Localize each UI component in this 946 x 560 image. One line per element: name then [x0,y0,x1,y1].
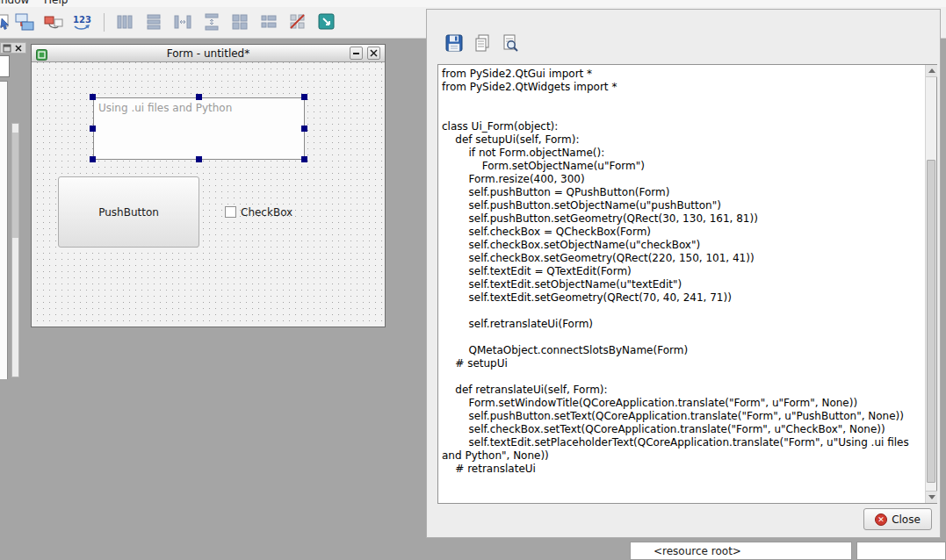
arrow-down-icon [928,495,935,499]
textedit-placeholder: Using .ui files and Python [94,98,304,118]
svg-text:123: 123 [73,15,91,25]
scrollbar-thumb[interactable] [12,133,18,238]
close-icon [370,49,378,57]
selection-handle[interactable] [90,156,96,162]
qt-designer-app: Window Help 123 [0,0,946,560]
edit-widgets-icon[interactable] [0,11,13,32]
minimize-icon [353,53,359,54]
dock-close-icon[interactable] [14,39,23,56]
menu-help[interactable]: Help [44,0,68,6]
form-minimize-button[interactable] [350,47,363,60]
arrow-up-icon [928,68,935,73]
edit-tab-order-icon[interactable]: 123 [71,11,92,32]
selection-handle[interactable] [301,156,307,162]
widgetbox-scrollbar-fragment[interactable] [11,123,19,377]
find-icon[interactable] [501,33,520,53]
selection-handle[interactable] [196,94,202,100]
scroll-down-button[interactable] [926,491,937,503]
generated-code-text[interactable]: from PySide2.QtGui import * from PySide2… [438,65,925,503]
checkbox-indicator [225,206,236,218]
menubar: Window Help [0,0,946,7]
resource-root-item[interactable]: <resource root> [630,542,852,560]
resource-panel-fragment [856,542,946,560]
save-icon[interactable] [444,33,464,53]
pushbutton-widget[interactable]: PushButton [58,176,199,248]
resource-root-label: <resource root> [654,545,741,557]
layout-vertical-splitter-icon[interactable] [201,11,222,32]
layout-vertical-icon[interactable] [143,11,164,32]
layout-form-icon[interactable] [258,11,279,32]
selection-handle[interactable] [301,94,307,100]
adjust-size-icon[interactable] [316,11,337,32]
copy-icon[interactable] [473,33,492,53]
form-window-titlebar[interactable]: Form - untitled* [32,45,385,62]
textedit-widget[interactable]: Using .ui files and Python [93,97,305,160]
dock-titlebar-fragment [0,42,26,54]
layout-horizontal-icon[interactable] [114,11,135,32]
code-vertical-scrollbar [925,65,936,503]
form-close-button[interactable] [367,47,380,60]
toolbar-separator [104,13,105,32]
code-view: from PySide2.QtGui import * from PySide2… [437,64,937,504]
edit-buddies-icon[interactable] [43,11,64,32]
checkbox-widget[interactable]: CheckBox [225,194,314,230]
scroll-up-button[interactable] [926,65,937,77]
layout-horizontal-splitter-icon[interactable] [172,11,193,32]
checkbox-label: CheckBox [241,206,292,219]
form-canvas[interactable]: Using .ui files and Python PushButton Ch… [32,62,385,327]
menu-window[interactable]: Window [0,0,29,6]
scrollbar-thumb[interactable] [927,160,935,483]
selection-handle[interactable] [196,156,202,162]
widgetbox-panel-fragment [0,81,8,379]
selection-handle[interactable] [301,126,307,132]
edit-signals-slots-icon[interactable] [14,11,35,32]
dialog-close-button[interactable]: Close [863,508,932,530]
break-layout-icon[interactable] [287,11,308,32]
layout-grid-icon[interactable] [229,11,250,32]
code-preview-dialog: from PySide2.QtGui import * from PySide2… [426,9,941,538]
dock-float-icon[interactable] [3,39,11,56]
selection-handle[interactable] [90,94,96,100]
close-circle-icon [875,513,887,526]
close-button-label: Close [892,513,921,526]
form-editor-window: Form - untitled* Using .ui files and Pyt… [31,44,386,327]
form-window-title: Form - untitled* [32,47,385,60]
selection-handle[interactable] [90,126,96,132]
widgetbox-filter-input-fragment[interactable] [0,55,10,77]
